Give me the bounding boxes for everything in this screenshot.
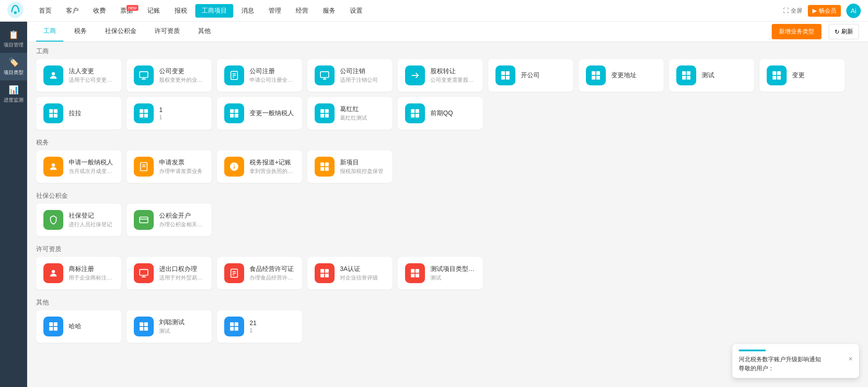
card-公司注销[interactable]: 公司注销适用于注销公司: [307, 59, 392, 92]
svg-rect-31: [140, 114, 143, 117]
nav-item-服务[interactable]: 服务: [316, 4, 342, 18]
add-business-type-button[interactable]: 新增业务类型: [772, 24, 821, 39]
card-刘聪测试[interactable]: 刘聪测试测试: [127, 310, 212, 343]
card-icon: [767, 65, 787, 85]
nav-item-经营[interactable]: 经营: [289, 4, 315, 18]
notification-header: 河北税务数字账户升级影响通知 尊敬的用户： ×: [739, 355, 853, 373]
card-申请发票[interactable]: 申请发票办理申请发票业务: [127, 150, 212, 183]
card-变更地址[interactable]: 变更地址: [579, 59, 664, 92]
svg-rect-50: [325, 163, 329, 166]
sub-tab-其他[interactable]: 其他: [191, 22, 218, 42]
card-拉拉[interactable]: 拉拉: [36, 97, 121, 130]
sidebar-item-项目管理[interactable]: 📋项目管理: [0, 25, 27, 53]
card-title: 社保登记: [69, 212, 114, 220]
notification-close-button[interactable]: ×: [849, 355, 853, 363]
card-title: 申请一般纳税人: [69, 159, 114, 167]
card-icon: [134, 157, 154, 177]
nav-item-消息[interactable]: 消息: [235, 4, 260, 18]
nav-item-首页[interactable]: 首页: [33, 4, 58, 18]
notification-panel: 河北税务数字账户升级影响通知 尊敬的用户： ×: [732, 344, 859, 378]
card-公司变更[interactable]: 公司变更股权变更外的业务变更: [127, 59, 212, 92]
card-新项目[interactable]: 新项目报税加税控盘保管: [307, 150, 392, 183]
card-desc: 1: [159, 114, 204, 121]
card-公积金开户[interactable]: 公积金开户办理公积金相关业务: [127, 204, 212, 236]
card-title: 新项目: [340, 159, 385, 167]
svg-point-54: [52, 270, 55, 273]
card-desc: 申请公司注册全流程: [250, 76, 295, 84]
svg-rect-79: [235, 327, 238, 331]
card-desc: 对企业信誉评级: [340, 274, 385, 282]
card-前期QQ[interactable]: 前期QQ: [398, 97, 483, 130]
card-title: 公积金开户: [159, 212, 204, 220]
avatar[interactable]: Ai: [846, 4, 861, 18]
card-title: 公司变更: [159, 67, 204, 75]
card-测试[interactable]: 测试: [669, 59, 754, 92]
logo[interactable]: [7, 2, 25, 20]
cards-grid: 法人变更适用于公司变更法人公司变更股权变更外的业务变更公司注册申请公司注册全流程…: [36, 59, 859, 130]
card-icon: [224, 263, 244, 283]
card-desc: 办理申请发票业务: [159, 168, 204, 175]
card-社保登记[interactable]: 社保登记进行人员社保登记: [36, 204, 121, 236]
section-社保公积金: 社保公积金社保登记进行人员社保登记公积金开户办理公积金相关业务: [36, 187, 859, 236]
svg-rect-12: [506, 76, 509, 79]
sidebar: 📋项目管理🏷️项目类型📊进度监测: [0, 22, 27, 387]
card-icon: [134, 210, 154, 230]
card-申请一般纳税人[interactable]: 申请一般纳税人当月或次月成变更完成: [36, 150, 121, 183]
card-title: 前期QQ: [430, 109, 476, 117]
card-进出口权办理[interactable]: 进出口权办理适用于对外贸易经营者: [127, 257, 212, 289]
svg-rect-44: [415, 114, 419, 117]
card-icon: [43, 103, 63, 123]
sub-tab-社保公积金[interactable]: 社保公积金: [98, 22, 144, 42]
card-title: 法人变更: [69, 67, 114, 75]
section-title: 社保公积金: [36, 187, 859, 204]
card-变更[interactable]: 变更: [760, 59, 844, 92]
svg-rect-53: [140, 217, 148, 223]
card-icon: [134, 263, 154, 283]
notification-bar: [739, 350, 766, 351]
svg-rect-35: [230, 114, 234, 117]
card-title: 测试: [702, 71, 747, 79]
card-哈哈[interactable]: 哈哈: [36, 310, 121, 343]
card-商标注册[interactable]: 商标注册用于企业商标注册服务: [36, 257, 121, 289]
nav-item-记账[interactable]: 记账: [141, 4, 166, 18]
card-desc: 测试: [430, 274, 476, 282]
card-title: 税务报道+记账: [250, 159, 295, 167]
card-开公司[interactable]: 开公司: [488, 59, 573, 92]
card-title: 哈哈: [69, 322, 114, 331]
fullscreen-button[interactable]: ⛶ 全屏: [783, 7, 802, 15]
sidebar-item-项目类型[interactable]: 🏷️项目类型: [0, 53, 27, 80]
svg-rect-51: [321, 167, 324, 171]
member-button[interactable]: ▶ 畅会员: [808, 5, 841, 17]
card-icon: [43, 263, 63, 283]
nav-item-设置[interactable]: 设置: [344, 4, 369, 18]
card-税务报道+记账[interactable]: 税务报道+记账拿到营业执照的新公司: [217, 150, 302, 183]
card-desc: 报税加税控盘保管: [340, 168, 385, 175]
nav-item-票据[interactable]: 票据new: [114, 4, 139, 18]
card-title: 申请发票: [159, 159, 204, 167]
sub-tab-工商[interactable]: 工商: [36, 22, 63, 42]
card-1[interactable]: 11: [127, 97, 212, 130]
card-葛红红[interactable]: 葛红红葛红红测试: [307, 97, 392, 130]
sub-tab-税务[interactable]: 税务: [67, 22, 94, 42]
card-公司注册[interactable]: 公司注册申请公司注册全流程: [217, 59, 302, 92]
card-21[interactable]: 211: [217, 310, 302, 343]
refresh-button[interactable]: ↻ 刷新: [829, 24, 859, 39]
svg-rect-77: [235, 322, 238, 326]
nav-item-管理[interactable]: 管理: [262, 4, 288, 18]
sidebar-item-进度监测[interactable]: 📊进度监测: [0, 80, 27, 108]
nav-item-收费[interactable]: 收费: [87, 4, 112, 18]
card-变更一般纳税人[interactable]: 变更一般纳税人: [217, 97, 302, 130]
card-desc: 适用于对外贸易经营者: [159, 274, 204, 282]
card-股权转让[interactable]: 股权转让公司变更需要股权转让: [398, 59, 483, 92]
svg-rect-32: [144, 114, 148, 117]
card-法人变更[interactable]: 法人变更适用于公司变更法人: [36, 59, 121, 92]
nav-item-报税[interactable]: 报税: [168, 4, 193, 18]
card-食品经营许可证[interactable]: 食品经营许可证办理食品经营许可证: [217, 257, 302, 289]
card-测试项目类型自定义[interactable]: 测试项目类型自定义测试: [398, 257, 483, 289]
card-icon: [405, 65, 425, 85]
svg-rect-43: [411, 114, 415, 117]
sub-tab-许可资质[interactable]: 许可资质: [147, 22, 187, 42]
nav-item-工商项目[interactable]: 工商项目: [195, 4, 233, 18]
card-3A认证[interactable]: 3A认证对企业信誉评级: [307, 257, 392, 289]
nav-item-客户[interactable]: 客户: [60, 4, 85, 18]
